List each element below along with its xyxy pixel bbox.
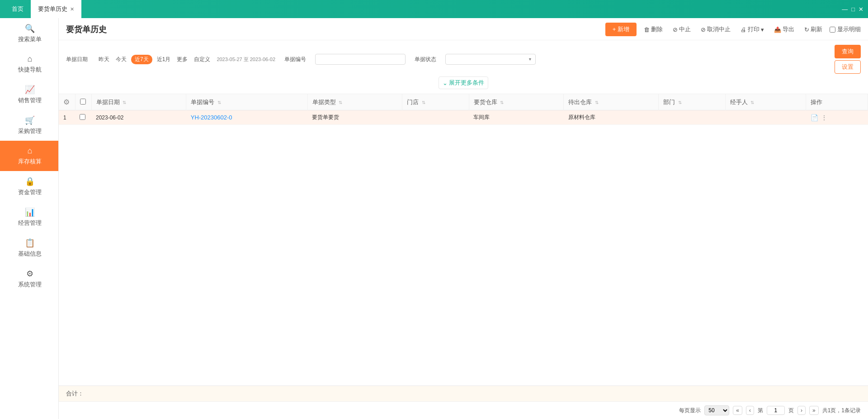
column-store: 门店 ⇅ [402, 94, 469, 110]
sidebar-item-finance[interactable]: 🔒 资金管理 [0, 171, 58, 202]
stop-button[interactable]: ⊘ 中止 [670, 24, 693, 35]
display-detail-checkbox[interactable]: 显示明细 [830, 25, 861, 33]
quick-nav-icon: ⌂ [28, 54, 33, 64]
inventory-icon: ⌂ [28, 146, 33, 156]
table-footer: 合计： [59, 386, 868, 401]
page-input[interactable] [767, 406, 785, 415]
print-icon: 🖨 [741, 26, 746, 33]
date-btn-yesterday[interactable]: 昨天 [97, 55, 111, 64]
sort-department-icon[interactable]: ⇅ [678, 100, 682, 105]
row-more-icon[interactable]: ⋮ [821, 114, 827, 121]
sort-store-icon[interactable]: ⇅ [422, 100, 425, 105]
sidebar-item-inventory[interactable]: ⌂ 库存核算 [0, 141, 58, 171]
page-size-select[interactable]: 50 10 20 100 [704, 405, 729, 415]
delete-button[interactable]: 🗑 删除 [641, 24, 665, 35]
row-select-checkbox[interactable] [80, 114, 85, 120]
query-button[interactable]: 查询 [835, 45, 861, 58]
window-controls: — □ ✕ [842, 6, 863, 13]
action-icons: 📄 ⋮ [811, 114, 863, 121]
order-no-label: 单据编号 [284, 56, 306, 63]
sort-type-icon[interactable]: ⇅ [339, 100, 342, 105]
row-handler [725, 110, 806, 125]
page-unit: 页 [788, 407, 794, 414]
page-title: 要货单历史 [66, 24, 107, 35]
tab-close-icon[interactable]: ✕ [70, 6, 74, 12]
sort-pending-warehouse-icon[interactable]: ⇅ [595, 100, 599, 105]
last-page-btn[interactable]: » [809, 406, 819, 415]
date-btn-1month[interactable]: 近1月 [155, 55, 173, 64]
row-store [402, 110, 469, 125]
sidebar-item-sales[interactable]: 📈 销售管理 [0, 79, 58, 110]
column-department: 部门 ⇅ [659, 94, 725, 110]
export-button[interactable]: 📤 导出 [771, 24, 797, 35]
sidebar: 🔍 搜索菜单 ⌂ 快捷导航 📈 销售管理 🛒 采购管理 ⌂ 库存核算 🔒 资金管… [0, 18, 59, 419]
filter-row-1: 单据日期 昨天 今天 近7天 近1月 更多 自定义 2023-05-27 至 2… [66, 45, 861, 74]
finance-icon: 🔒 [25, 176, 35, 186]
sort-date-icon[interactable]: ⇅ [123, 100, 126, 105]
content-area: 要货单历史 + 新增 🗑 删除 ⊘ 中止 ⊘ 取消中止 🖨 打印 [59, 18, 868, 419]
new-button[interactable]: + 新增 [605, 23, 637, 36]
sort-handler-icon[interactable]: ⇅ [750, 100, 754, 105]
column-settings-icon[interactable]: ⚙ [63, 98, 70, 106]
table-header: ⚙ 单据日期 ⇅ 单据编号 ⇅ [59, 94, 868, 110]
table-container: ⚙ 单据日期 ⇅ 单据编号 ⇅ [59, 94, 868, 386]
select-all-checkbox[interactable] [80, 99, 86, 105]
date-btn-today[interactable]: 今天 [114, 55, 128, 64]
column-type: 单据类型 ⇅ [307, 94, 402, 110]
jump-label: 第 [758, 407, 763, 414]
delete-icon: 🗑 [644, 26, 650, 33]
date-btn-7days[interactable]: 近7天 [131, 55, 152, 64]
sidebar-item-inventory-label: 库存核算 [18, 157, 42, 166]
column-settings: ⚙ [59, 94, 75, 110]
date-btn-custom[interactable]: 自定义 [192, 55, 212, 64]
sidebar-item-purchase[interactable]: 🛒 采购管理 [0, 110, 58, 141]
order-no-input[interactable] [315, 54, 406, 65]
sidebar-item-operations[interactable]: 📊 经营管理 [0, 202, 58, 233]
cancel-stop-button[interactable]: ⊘ 取消中止 [698, 24, 733, 35]
toolbar: + 新增 🗑 删除 ⊘ 中止 ⊘ 取消中止 🖨 打印 ▾ [605, 23, 861, 36]
table-row: 1 2023-06-02 YH-20230602-0 要货单要货 车间库 原材料… [59, 110, 868, 125]
status-select[interactable] [445, 54, 536, 65]
date-range-text: 2023-05-27 至 2023-06-02 [217, 56, 275, 63]
sort-req-warehouse-icon[interactable]: ⇅ [500, 100, 504, 105]
status-select-wrapper [445, 54, 536, 65]
page-size-label: 每页显示 [679, 407, 701, 414]
window-maximize[interactable]: □ [851, 6, 855, 13]
top-bar: 首页 要货单历史 ✕ — □ ✕ [0, 0, 868, 18]
column-order-no: 单据编号 ⇅ [186, 94, 307, 110]
date-btn-more[interactable]: 更多 [175, 55, 189, 64]
print-button[interactable]: 🖨 打印 ▾ [738, 24, 767, 35]
sidebar-item-search[interactable]: 🔍 搜索菜单 [0, 18, 58, 49]
export-icon: 📤 [774, 26, 781, 33]
next-page-btn[interactable]: › [797, 406, 806, 415]
filter-settings-button[interactable]: 设置 [835, 60, 861, 74]
row-edit-icon[interactable]: 📄 [811, 114, 818, 121]
table-body: 1 2023-06-02 YH-20230602-0 要货单要货 车间库 原材料… [59, 110, 868, 125]
window-close[interactable]: ✕ [859, 6, 863, 13]
column-action: 操作 [806, 94, 868, 110]
order-no-link[interactable]: YH-20230602-0 [191, 114, 232, 121]
expand-chevron-icon: ⌄ [443, 80, 448, 86]
sidebar-item-system[interactable]: ⚙ 系统管理 [0, 263, 58, 294]
sidebar-item-baseinfo[interactable]: 📋 基础信息 [0, 233, 58, 263]
sidebar-item-quicknav-label: 快捷导航 [18, 66, 42, 74]
expand-more-btn[interactable]: ⌄ 展开更多条件 [439, 76, 488, 89]
prev-page-btn[interactable]: ‹ [746, 406, 754, 415]
window-minimize[interactable]: — [842, 6, 848, 13]
row-pending-warehouse: 原材料仓库 [564, 110, 659, 125]
first-page-btn[interactable]: « [733, 406, 742, 415]
column-req-warehouse: 要货仓库 ⇅ [469, 94, 564, 110]
expand-row: ⌄ 展开更多条件 [66, 76, 861, 89]
main-layout: 🔍 搜索菜单 ⌂ 快捷导航 📈 销售管理 🛒 采购管理 ⌂ 库存核算 🔒 资金管… [0, 18, 868, 419]
sales-icon: 📈 [25, 85, 35, 95]
cancel-stop-icon: ⊘ [701, 26, 706, 33]
refresh-button[interactable]: ↻ 刷新 [802, 24, 825, 35]
sidebar-item-quicknav[interactable]: ⌂ 快捷导航 [0, 49, 58, 79]
tab-order-history[interactable]: 要货单历史 ✕ [31, 0, 81, 18]
sidebar-item-baseinfo-label: 基础信息 [18, 250, 42, 258]
display-detail-check[interactable] [830, 27, 835, 33]
page-header: 要货单历史 + 新增 🗑 删除 ⊘ 中止 ⊘ 取消中止 🖨 打印 [59, 18, 868, 40]
sort-order-no-icon[interactable]: ⇅ [217, 100, 221, 105]
date-filter-label: 单据日期 [66, 56, 88, 63]
tab-home[interactable]: 首页 [5, 0, 31, 18]
